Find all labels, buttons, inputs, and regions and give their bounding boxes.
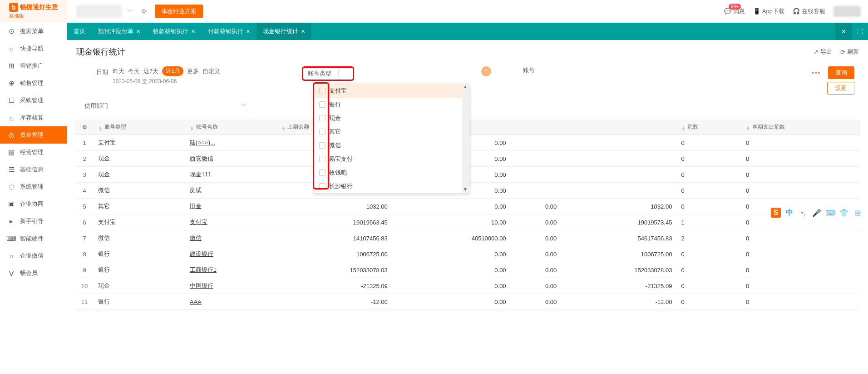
more-filters-button[interactable]: •••	[812, 70, 821, 76]
account-type-collapse-button[interactable]: ⌃	[481, 66, 491, 76]
sidebar-item-0[interactable]: ⊙搜索菜单	[0, 23, 67, 40]
checkbox[interactable]	[319, 156, 326, 162]
sidebar-item-4[interactable]: ☐采购管理	[0, 92, 67, 109]
cell-account-name[interactable]: AAA	[185, 294, 277, 310]
tab-4[interactable]: 现金银行统计✕	[256, 23, 311, 40]
sidebar-item-14[interactable]: V畅会员	[0, 264, 67, 282]
sidebar-item-1[interactable]: ⌂快捷导航	[0, 40, 67, 57]
tab-close-icon[interactable]: ✕	[246, 29, 250, 35]
tab-close-all-button[interactable]: ✕	[835, 23, 852, 40]
logo[interactable]: b 畅捷通好生意 标准版	[0, 0, 67, 23]
column-header-6[interactable]	[561, 120, 676, 135]
sort-icon[interactable]: ▲▼	[190, 126, 194, 130]
dropdown-item-5[interactable]: 易宝支付	[315, 152, 469, 166]
checkbox[interactable]	[319, 129, 326, 135]
dropdown-item-2[interactable]: 现金	[315, 111, 469, 125]
toolbox-icon[interactable]: ⊞	[853, 208, 863, 218]
sidebar-item-5[interactable]: ⌂库存核算	[0, 109, 67, 126]
dept-select[interactable]: ﹀	[113, 100, 249, 112]
sort-icon[interactable]: ▲▼	[746, 126, 750, 130]
skin-icon[interactable]: 👕	[839, 208, 849, 218]
tab-close-icon[interactable]: ✕	[191, 29, 195, 35]
user-avatar[interactable]	[833, 6, 861, 17]
ime-lang-toggle[interactable]: 中	[784, 208, 794, 218]
date-option-1[interactable]: 今天	[128, 67, 140, 75]
sidebar-item-9[interactable]: ◌系统管理	[0, 178, 67, 195]
tab-3[interactable]: 付款核销执行✕	[202, 23, 256, 40]
cell-account-name[interactable]: 建设银行	[185, 246, 277, 262]
sidebar-item-12[interactable]: ⌨智能硬件	[0, 230, 67, 247]
checkbox[interactable]	[319, 115, 326, 121]
column-header-1[interactable]: ▲▼账号类型	[94, 120, 185, 135]
refresh-button[interactable]: ⟳ 刷新	[840, 48, 859, 56]
query-button[interactable]: 查询	[828, 66, 854, 79]
cell-account-name[interactable]: 中国银行	[185, 278, 277, 294]
dropdown-item-7[interactable]: 长沙银行	[315, 180, 469, 193]
column-header-5[interactable]	[511, 120, 562, 135]
messages-link[interactable]: 💬 消息 99+	[724, 7, 745, 15]
column-header-2[interactable]: ▲▼账号名称	[185, 120, 277, 135]
online-service-link[interactable]: 🎧 在线客服	[793, 7, 825, 15]
tab-close-icon[interactable]: ✕	[136, 29, 140, 35]
sidebar-item-3[interactable]: ⊕销售管理	[0, 75, 67, 92]
gear-icon[interactable]: ⚙	[138, 6, 149, 17]
tab-0[interactable]: 首页	[67, 23, 92, 40]
chevron-down-icon[interactable]: ﹀	[127, 7, 133, 15]
column-header-8[interactable]: ▲▼本期支出笔数	[741, 120, 860, 135]
export-button[interactable]: ↗ 导出	[814, 48, 832, 56]
dropdown-item-0[interactable]: 支付宝	[315, 84, 469, 98]
checkbox[interactable]	[319, 101, 326, 108]
dropdown-scrollbar[interactable]: ▲ ▼	[462, 84, 469, 193]
column-header-7[interactable]: ▲▼笔数	[676, 120, 741, 135]
checkbox[interactable]	[319, 183, 326, 189]
checkbox[interactable]	[319, 142, 326, 149]
gear-icon[interactable]: ⚙	[82, 124, 87, 130]
ime-punct-icon[interactable]: •,	[798, 208, 808, 218]
cell-account-name[interactable]: 陆(○○○)...	[185, 135, 277, 151]
date-option-2[interactable]: 近7天	[143, 67, 158, 75]
date-option-4[interactable]: 更多	[187, 67, 199, 75]
sort-icon[interactable]: ▲▼	[98, 126, 103, 130]
trial-button[interactable]: 体验行业方案	[155, 5, 203, 18]
dropdown-item-1[interactable]: 银行	[315, 98, 469, 111]
keyboard-icon[interactable]: ⌨	[825, 208, 835, 218]
sort-icon[interactable]: ▲▼	[681, 126, 686, 130]
app-download-link[interactable]: 📱 App下载	[753, 7, 784, 15]
cell-account-name[interactable]: 微信	[185, 230, 277, 246]
cell-account-name[interactable]: 旧金	[185, 199, 277, 214]
cell-account-name[interactable]: 现金111	[185, 167, 277, 183]
sidebar-item-label: 畅会员	[20, 269, 38, 277]
checkbox[interactable]	[319, 170, 326, 176]
cell-account-name[interactable]: 测试	[185, 183, 277, 199]
sogou-logo-icon[interactable]: S	[771, 208, 781, 218]
date-option-0[interactable]: 昨天	[113, 67, 124, 75]
cell-account-name[interactable]: 西安微信	[185, 151, 277, 167]
scroll-down-icon[interactable]: ▼	[463, 187, 468, 193]
scroll-up-icon[interactable]: ▲	[463, 84, 468, 90]
sidebar-item-2[interactable]: ⊞营销推广	[0, 57, 67, 75]
tab-expand-button[interactable]: ⛶	[852, 23, 868, 40]
sidebar-item-7[interactable]: ▤经营管理	[0, 144, 67, 161]
sidebar-item-11[interactable]: ▸新手引导	[0, 213, 67, 230]
sidebar-item-8[interactable]: ☰基础信息	[0, 161, 67, 178]
checkbox[interactable]	[319, 88, 326, 94]
column-header-0[interactable]: ⚙	[75, 120, 94, 135]
row-index: 5	[75, 199, 94, 214]
dropdown-item-4[interactable]: 微信	[315, 139, 469, 152]
mic-icon[interactable]: 🎤	[812, 208, 822, 218]
dropdown-item-6[interactable]: 收钱吧	[315, 166, 469, 180]
tab-close-icon[interactable]: ✕	[301, 29, 305, 35]
dropdown-item-3[interactable]: 其它	[315, 125, 469, 139]
settings-button[interactable]: 设置	[827, 82, 854, 95]
tab-2[interactable]: 收款核销执行✕	[147, 23, 202, 40]
sidebar-item-6[interactable]: ◎资金管理	[0, 126, 67, 144]
sidebar-item-10[interactable]: ▣企业协同	[0, 195, 67, 213]
sidebar-item-13[interactable]: ○企业微信	[0, 247, 67, 264]
company-selector[interactable]	[76, 5, 122, 18]
cell-account-name[interactable]: 支付宝	[185, 214, 277, 230]
date-option-3[interactable]: 近1月	[162, 66, 183, 76]
cell-account-name[interactable]: 工商银行1	[185, 262, 277, 278]
sort-icon[interactable]: ▲▼	[281, 126, 286, 130]
tab-1[interactable]: 预付冲应付单✕	[92, 23, 147, 40]
date-option-5[interactable]: 自定义	[202, 67, 220, 75]
